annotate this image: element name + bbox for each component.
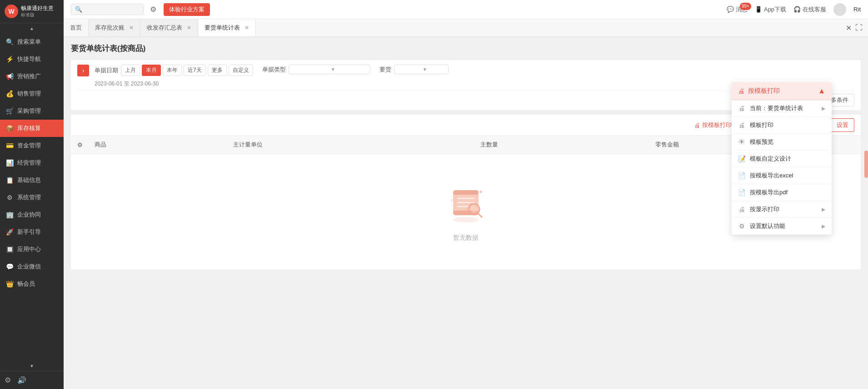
template-export-pdf-icon: 📄 [738, 189, 745, 196]
date-btn-自定义[interactable]: 自定义 [229, 65, 253, 76]
sales-icon: 💰 [5, 90, 14, 98]
wechat-icon: 💬 [5, 263, 14, 271]
set-default-label: 设置默认功能 [750, 222, 785, 230]
tab-close-order-stats[interactable]: ✕ [244, 25, 249, 31]
guide-label: 新手引导 [17, 228, 41, 236]
dropdown-title: 按模板打印 [748, 87, 780, 95]
online-service-label: 在线客服 [803, 5, 826, 14]
tab-close-inventory-batch[interactable]: ✕ [129, 25, 134, 31]
date-btn-本月[interactable]: 本月 [142, 65, 161, 76]
dropdown-header: 🖨 按模板打印 ▲ [732, 82, 832, 100]
dropdown-item-display-print[interactable]: 🖨 按显示打印 ▶ [732, 201, 832, 218]
dropdown-item-template-export-pdf[interactable]: 📄 按模板导出pdf [732, 184, 832, 201]
dropdown-close-icon[interactable]: ▲ [818, 87, 825, 95]
tab-label-receivable-summary: 收发存汇总表 [147, 24, 182, 32]
basic-icon: 📋 [5, 176, 14, 184]
main-area: 🔍 ⚙ 体验行业方案 💬 消息 99+ 📱 App下载 🎧 在线客服 Rit 首… [64, 0, 868, 389]
date-btn-更多[interactable]: 更多 [208, 65, 227, 76]
th-quantity: 主数量 [475, 136, 650, 154]
date-filter-label: 单据日期 [95, 66, 118, 75]
date-filter-field: 单据日期 上月本月本年近7天更多自定义 [95, 65, 253, 76]
set-default-arrow: ▶ [822, 223, 825, 229]
tab-home[interactable]: 首页 [64, 19, 89, 36]
current-template-label: 当前：要货单统计表 [750, 104, 803, 112]
app-download-item[interactable]: 📱 App下载 [755, 5, 786, 14]
guide-icon: 🚀 [5, 228, 14, 236]
sidebar-item-inventory[interactable]: 📦 库存核算 [0, 120, 64, 137]
sidebar-item-operation[interactable]: 📊 经营管理 [0, 154, 64, 172]
search-input[interactable] [85, 6, 140, 13]
sidebar-item-guide[interactable]: 🚀 新手引导 [0, 223, 64, 241]
dropdown-item-set-default[interactable]: ⚙ 设置默认功能 ▶ [732, 218, 832, 235]
apps-label: 应用中心 [17, 245, 41, 253]
dropdown-item-template-custom[interactable]: 📝 模板自定义设计 [732, 151, 832, 167]
date-btn-本年[interactable]: 本年 [163, 65, 182, 76]
sidebar-item-purchase[interactable]: 🛒 采购管理 [0, 102, 64, 120]
empty-text: 暂无数据 [453, 234, 479, 242]
sidebar-item-sales[interactable]: 💰 销售管理 [0, 85, 64, 102]
topbar-search-box[interactable]: 🔍 [71, 4, 144, 15]
settings-icon[interactable]: ⚙ [5, 376, 11, 384]
sidebar-item-marketing[interactable]: 📢 营销推广 [0, 68, 64, 85]
display-print-arrow: ▶ [822, 207, 825, 212]
template-preview-icon: 👁 [738, 138, 745, 146]
shortcut-label: 快捷导航 [17, 55, 41, 63]
trial-button[interactable]: 体验行业方案 [164, 3, 210, 16]
column-settings-icon[interactable]: ⚙ [77, 141, 83, 148]
marketing-icon: 📢 [5, 72, 14, 81]
date-btn-近7天[interactable]: 近7天 [184, 65, 206, 76]
scroll-down-arrow[interactable]: ▼ [28, 362, 35, 370]
operation-icon: 📊 [5, 159, 14, 167]
close-tab-icon[interactable]: ✕ [846, 24, 852, 32]
scrollbar-track[interactable] [864, 91, 868, 389]
tab-close-receivable-summary[interactable]: ✕ [187, 25, 191, 31]
logo-name: 畅康通好生意 [21, 5, 54, 12]
download-icon: 📱 [755, 6, 762, 13]
sidebar-item-shortcut[interactable]: ⚡ 快捷导航 [0, 51, 64, 68]
enterprise-label: 企业协同 [17, 211, 41, 219]
sidebar-item-wechat[interactable]: 💬 企业微信 [0, 258, 64, 275]
dropdown-item-template-print[interactable]: 🖨 模板打印 [732, 117, 832, 134]
tab-inventory-batch[interactable]: 库存批次账✕ [89, 19, 140, 36]
th-settings[interactable]: ⚙ [71, 136, 89, 154]
dropdown-item-template-export-excel[interactable]: 📄 按模板导出excel [732, 167, 832, 184]
sidebar-item-member[interactable]: 👑 畅会员 [0, 275, 64, 293]
th-product: 商品 [89, 136, 228, 154]
online-service-item[interactable]: 🎧 在线客服 [793, 5, 826, 14]
maximize-icon[interactable]: ⛶ [855, 24, 863, 32]
filter-expand-button[interactable]: › [77, 65, 89, 76]
scroll-up-arrow[interactable]: ▲ [28, 24, 35, 32]
order-type-select[interactable]: ▼ [289, 65, 370, 74]
sidebar-item-basic[interactable]: 📋 基础信息 [0, 172, 64, 189]
gear-icon[interactable]: ⚙ [150, 5, 156, 14]
avatar[interactable] [833, 3, 846, 16]
dropdown-item-template-preview[interactable]: 👁 模板预览 [732, 134, 832, 151]
yaohuodan-arrow-icon: ▼ [423, 67, 444, 72]
purchase-icon: 🛒 [5, 107, 14, 115]
current-template-left: 🖨 当前：要货单统计表 [738, 104, 803, 112]
settings-button[interactable]: 设置 [831, 118, 854, 132]
yaohuodan-select[interactable]: ▼ [394, 65, 449, 74]
current-template-arrow: ▶ [822, 106, 825, 111]
messages-item[interactable]: 💬 消息 99+ [727, 5, 748, 14]
current-template-item[interactable]: 🖨 当前：要货单统计表 ▶ [732, 100, 832, 117]
sidebar-item-apps[interactable]: 🔲 应用中心 [0, 241, 64, 258]
sidebar-nav: 🔍 搜索菜单⚡ 快捷导航📢 营销推广💰 销售管理🛒 采购管理📦 库存核算💳 资金… [0, 33, 64, 361]
template-icon: 🖨 [738, 105, 745, 112]
system-icon: ⚙ [5, 193, 14, 202]
sidebar-item-enterprise[interactable]: 🏢 企业协同 [0, 206, 64, 223]
member-label: 畅会员 [17, 280, 35, 288]
sidebar-item-search[interactable]: 🔍 搜索菜单 [0, 33, 64, 51]
app-download-label: App下载 [764, 5, 786, 14]
tab-order-stats[interactable]: 要货单统计表✕ [198, 19, 256, 36]
purchase-label: 采购管理 [17, 107, 41, 115]
sidebar-item-finance[interactable]: 💳 资金管理 [0, 137, 64, 154]
bell-icon: 💬 [727, 6, 734, 13]
print-dropdown: 🖨 按模板打印 ▲ 🖨 当前：要货单统计表 ▶ 🖨 模板打印👁 模板预览📝 模板… [732, 82, 832, 235]
scrollbar-thumb[interactable] [864, 151, 868, 178]
date-btn-上月[interactable]: 上月 [121, 65, 140, 76]
tab-receivable-summary[interactable]: 收发存汇总表✕ [140, 19, 198, 36]
set-default-icon: ⚙ [738, 222, 745, 230]
sidebar-item-system[interactable]: ⚙ 系统管理 [0, 189, 64, 206]
speaker-icon[interactable]: 🔊 [17, 376, 26, 384]
